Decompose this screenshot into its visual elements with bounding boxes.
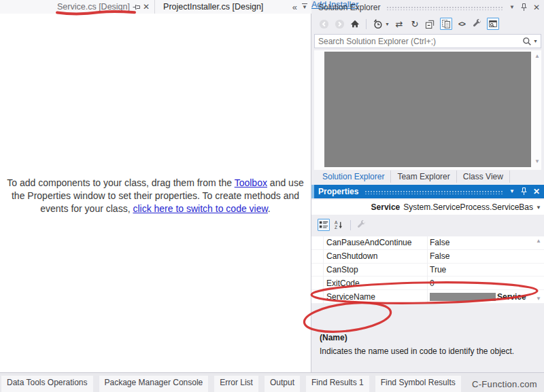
close-icon[interactable]: ✕ [533, 188, 540, 196]
solution-explorer-titlebar: Solution Explorer ▼ ✕ [311, 0, 544, 15]
property-value[interactable]: True [427, 265, 544, 274]
tab-find-results-1[interactable]: Find Results 1 [306, 376, 369, 392]
properties-grid: CanPauseAndContinue False CanShutdown Fa… [311, 236, 544, 304]
titlebar-grip [386, 5, 503, 10]
search-options-icon[interactable]: ▼ [533, 39, 538, 43]
solution-explorer-toolbar: ▼ ⇄ ↻ <> [311, 15, 544, 33]
property-description-title: (Name) [320, 333, 537, 342]
scroll-down-icon[interactable]: ▼ [536, 296, 541, 302]
tab-label: Service.cs [Design] [57, 2, 130, 12]
property-row-canshutdown[interactable]: CanShutdown False [311, 250, 544, 264]
chevrons-left-icon[interactable]: « [292, 3, 297, 12]
tab-error-list[interactable]: Error List [214, 376, 258, 392]
view-code-icon[interactable]: <> [456, 18, 468, 30]
tab-solution-explorer[interactable]: Solution Explorer [316, 171, 391, 183]
forward-icon[interactable] [333, 18, 345, 30]
refresh-icon[interactable]: ↻ [409, 18, 421, 30]
redacted-service-name [430, 293, 496, 301]
message-text: To add components to your class, drag th… [7, 177, 234, 188]
property-pages-icon[interactable] [356, 219, 368, 231]
close-icon[interactable]: ✕ [533, 3, 540, 12]
collapse-all-icon[interactable] [424, 18, 437, 30]
property-row-canpauseandcontinue[interactable]: CanPauseAndContinue False [311, 236, 544, 250]
window-position-icon[interactable]: ▼ [509, 189, 515, 194]
designer-message: To add components to your class, drag th… [1, 177, 309, 215]
toolbar-separator [366, 19, 367, 29]
service-name-suffix: Service [497, 292, 526, 302]
pin-icon[interactable] [133, 4, 140, 10]
property-name: CanShutdown [311, 251, 427, 261]
solution-tree[interactable]: ▲ ▼ [314, 50, 541, 170]
object-type: System.ServiceProcess.ServiceBas [403, 202, 533, 212]
properties-titlebar: Properties ▼ ✕ [311, 185, 544, 198]
alphabetical-icon[interactable]: AZ [333, 219, 345, 231]
designer-surface: To add components to your class, drag th… [0, 14, 311, 372]
tab-bar-spacer [271, 0, 292, 14]
tab-overflow-controls: « ▼ [292, 0, 311, 14]
tab-label: ProjectInstaller.cs [Design] [163, 2, 263, 12]
tab-package-manager-console[interactable]: Package Manager Console [99, 376, 209, 392]
sync-with-active-document-icon[interactable]: ⇄ [393, 18, 405, 30]
svg-text:Z: Z [335, 225, 337, 230]
search-box: ▼ [314, 34, 541, 48]
tab-list-dropdown-icon[interactable]: ▼ [302, 3, 307, 10]
tab-class-view[interactable]: Class View [457, 171, 510, 183]
search-input[interactable] [315, 37, 522, 46]
property-name: ServiceName [311, 292, 427, 302]
grid-column-splitter[interactable] [427, 236, 428, 304]
scroll-up-icon[interactable]: ▲ [536, 238, 541, 244]
dock-panel-tabs: Solution Explorer Team Explorer Class Vi… [311, 170, 544, 183]
properties-toolbar: AZ [311, 216, 544, 234]
redacted-solution-tree [324, 52, 531, 167]
property-description: (Name) Indicates the name used in code t… [320, 333, 537, 357]
pending-changes-filter-icon[interactable] [371, 18, 384, 30]
property-value[interactable]: False [427, 251, 544, 261]
properties-accent-strip [311, 185, 314, 198]
property-value[interactable]: False [427, 238, 544, 247]
property-description-text: Indicates the name used in code to ident… [320, 346, 537, 357]
property-row-exitcode[interactable]: ExitCode 0 [311, 277, 544, 290]
object-selector[interactable]: Service System.ServiceProcess.ServiceBas [311, 200, 544, 215]
bottom-tool-window-bar: Data Tools Operations Package Manager Co… [0, 372, 544, 392]
search-icon[interactable] [522, 37, 532, 46]
tab-team-explorer[interactable]: Team Explorer [391, 171, 456, 183]
property-name: CanPauseAndContinue [311, 238, 427, 247]
chevron-down-icon[interactable]: ▼ [385, 22, 390, 26]
switch-to-code-view-link[interactable]: click here to switch to code view [133, 203, 267, 214]
window-position-icon[interactable]: ▼ [509, 5, 515, 10]
titlebar-buttons: ▼ ✕ [509, 3, 540, 12]
toolbox-link[interactable]: Toolbox [235, 177, 267, 188]
scroll-down-icon[interactable]: ▼ [534, 159, 540, 164]
show-all-files-icon[interactable] [440, 18, 452, 30]
titlebar-grip [364, 190, 503, 194]
toolbar-separator [350, 220, 351, 230]
scroll-up-icon[interactable]: ▲ [534, 54, 540, 59]
titlebar-buttons: ▼ ✕ [509, 188, 540, 196]
tab-find-symbol-results[interactable]: Find Symbol Results [375, 376, 461, 392]
property-row-servicename[interactable]: ServiceName Service [311, 290, 544, 304]
tab-output[interactable]: Output [265, 376, 300, 392]
message-text: . [268, 203, 271, 214]
categorized-icon[interactable] [318, 219, 330, 231]
home-icon[interactable] [349, 18, 361, 30]
preview-selected-items-icon[interactable] [487, 18, 499, 30]
close-icon[interactable]: ✕ [143, 3, 150, 11]
pin-icon[interactable] [521, 3, 527, 12]
watermark: C-Function.com [472, 379, 537, 389]
property-value[interactable]: Service [427, 292, 544, 302]
pin-icon[interactable] [521, 188, 527, 196]
properties-wrench-icon[interactable] [471, 18, 483, 30]
property-name: ExitCode [311, 279, 427, 288]
svg-text:A: A [335, 220, 338, 225]
tab-service-design[interactable]: Service.cs [Design] ✕ [52, 0, 154, 14]
solution-explorer-title: Solution Explorer [318, 3, 380, 12]
back-icon[interactable] [318, 18, 330, 30]
tab-data-tools-operations[interactable]: Data Tools Operations [1, 376, 93, 392]
object-selector-dropdown-icon[interactable]: ▼ [536, 204, 541, 211]
properties-title: Properties [318, 187, 358, 196]
property-row-canstop[interactable]: CanStop True [311, 264, 544, 277]
tab-projectinstaller-design[interactable]: ProjectInstaller.cs [Design] [154, 0, 271, 14]
property-value[interactable]: 0 [427, 279, 544, 288]
object-name: Service [371, 202, 401, 212]
grid-indent-line [323, 236, 324, 304]
